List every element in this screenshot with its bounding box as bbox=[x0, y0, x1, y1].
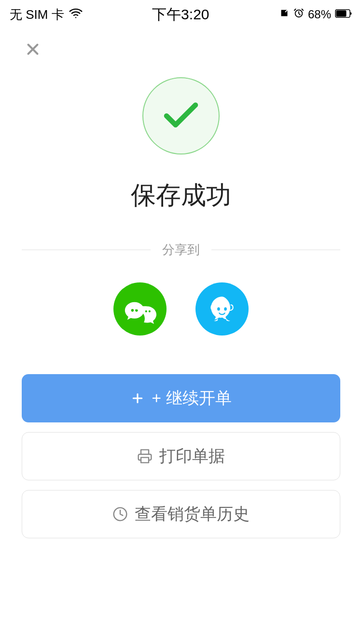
print-button[interactable]: 打印单据 bbox=[22, 432, 340, 480]
share-label: 分享到 bbox=[151, 241, 211, 258]
status-bar-time: 下午3:20 bbox=[152, 5, 209, 25]
svg-point-7 bbox=[217, 307, 220, 310]
continue-order-label: + 继续开单 bbox=[152, 387, 231, 409]
svg-rect-11 bbox=[141, 458, 149, 463]
view-history-button[interactable]: 查看销货单历史 bbox=[22, 490, 340, 538]
qq-share-button[interactable] bbox=[195, 282, 249, 336]
history-icon bbox=[112, 506, 128, 522]
battery-icon bbox=[335, 8, 352, 21]
success-icon-circle bbox=[142, 77, 220, 154]
svg-point-0 bbox=[75, 17, 76, 18]
main-content: 保存成功 分享到 bbox=[0, 29, 362, 538]
wifi-icon bbox=[69, 6, 83, 23]
continue-order-button[interactable]: + 继续开单 bbox=[22, 374, 340, 422]
print-icon bbox=[137, 448, 153, 464]
wechat-share-button[interactable] bbox=[113, 282, 167, 336]
status-bar-left: 无 SIM 卡 bbox=[10, 6, 83, 23]
svg-point-8 bbox=[224, 307, 227, 310]
plus-icon bbox=[130, 391, 145, 406]
status-bar-right: 68% bbox=[279, 8, 352, 21]
svg-rect-3 bbox=[336, 11, 346, 17]
share-divider: 分享到 bbox=[22, 241, 340, 258]
action-buttons: + 继续开单 打印单据 查看销货单历史 bbox=[22, 374, 340, 538]
status-bar: 无 SIM 卡 下午3:20 68% bbox=[0, 0, 362, 29]
close-button[interactable] bbox=[19, 36, 46, 63]
no-sim-label: 无 SIM 卡 bbox=[10, 6, 64, 23]
divider-line-right bbox=[211, 250, 340, 250]
share-icons-row bbox=[113, 282, 249, 336]
print-label: 打印单据 bbox=[159, 445, 225, 467]
location-icon bbox=[279, 8, 290, 21]
battery-percent: 68% bbox=[308, 8, 331, 21]
divider-line-left bbox=[22, 250, 151, 250]
alarm-icon bbox=[293, 8, 304, 21]
history-label: 查看销货单历史 bbox=[135, 503, 250, 525]
success-title: 保存成功 bbox=[131, 179, 231, 212]
